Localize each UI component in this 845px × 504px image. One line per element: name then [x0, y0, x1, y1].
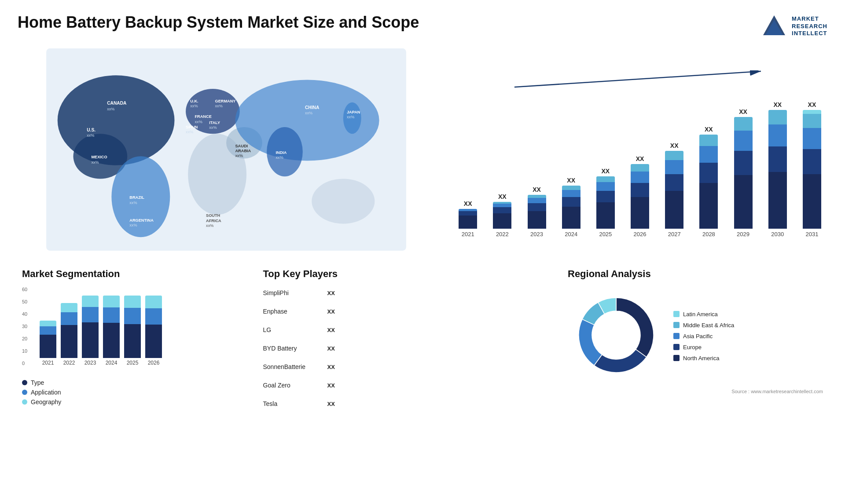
bar-segment — [528, 195, 546, 198]
bar-year: 2024 — [565, 231, 577, 237]
bar-value-label: XX — [567, 177, 575, 184]
svg-text:SOUTH: SOUTH — [206, 213, 220, 218]
svg-text:INDIA: INDIA — [276, 150, 287, 155]
seg-year-label: 2021 — [42, 360, 54, 366]
regional-legend-color — [673, 333, 680, 339]
svg-text:xx%: xx% — [209, 125, 217, 130]
seg-bar-stack — [40, 321, 56, 358]
logo-icon — [761, 13, 787, 40]
regional-legend-item: Asia Pacific — [673, 333, 734, 340]
seg-bar-segment — [40, 335, 56, 358]
bar-value-label: XX — [739, 108, 747, 115]
regional-legend-label: Middle East & Africa — [683, 322, 734, 329]
seg-bar-segment — [82, 322, 99, 358]
bar-segment — [803, 114, 821, 128]
regional-legend: Latin AmericaMiddle East & AfricaAsia Pa… — [673, 311, 734, 362]
bar-stack — [699, 135, 718, 229]
bar-stack — [562, 186, 580, 229]
bar-chart-area: XX2021XX2022XX2023XX2024XX2025XX2026XX20… — [448, 66, 827, 251]
player-row: SonnenBatterieXX — [263, 361, 551, 373]
bar-segment — [803, 149, 821, 174]
bar-value-label: XX — [602, 168, 610, 175]
player-bar-wrap: XX — [325, 342, 551, 354]
player-name: Goal Zero — [263, 382, 320, 389]
segmentation-container: Market Segmentation 60 50 40 30 20 10 0 … — [18, 264, 250, 420]
bar-segment — [493, 204, 511, 207]
geography-label: Geography — [31, 398, 61, 405]
bar-segment — [528, 203, 546, 211]
regional-legend-label: Europe — [683, 344, 702, 351]
svg-text:xx%: xx% — [186, 130, 193, 134]
player-name: SonnenBatterie — [263, 363, 320, 370]
player-value: XX — [327, 382, 335, 389]
seg-bar-segment — [103, 323, 120, 358]
bar-segment — [596, 182, 615, 191]
bar-value-label: XX — [670, 142, 679, 149]
bar-year: 2026 — [634, 231, 647, 237]
seg-bar-segment — [103, 296, 120, 307]
player-row: Goal ZeroXX — [263, 379, 551, 391]
bar-year: 2021 — [462, 231, 474, 237]
svg-text:FRANCE: FRANCE — [195, 114, 211, 119]
bar-stack — [665, 151, 683, 229]
svg-text:xx%: xx% — [129, 201, 137, 205]
bar-segment — [665, 191, 683, 229]
seg-bar-segment — [61, 312, 77, 325]
bar-segment — [734, 175, 753, 229]
bar-segment — [734, 151, 753, 175]
bar-segment — [699, 183, 718, 229]
bar-value-label: XX — [533, 186, 541, 193]
player-row: EnphaseXX — [263, 305, 551, 318]
bar-year: 2030 — [771, 231, 784, 237]
svg-text:GERMANY: GERMANY — [215, 99, 235, 103]
seg-bar-segment — [103, 307, 120, 323]
bar-segment — [768, 146, 787, 172]
svg-text:xx%: xx% — [276, 155, 283, 160]
bar-segment — [665, 174, 683, 191]
seg-year-label: 2023 — [84, 360, 96, 366]
seg-bar-segment — [82, 296, 99, 307]
source-text: Source : www.marketresearchintellect.com — [568, 389, 823, 394]
svg-text:ARABIA: ARABIA — [235, 149, 251, 153]
application-dot — [22, 390, 27, 395]
bar-segment — [631, 164, 649, 172]
regional-legend-item: Latin America — [673, 311, 734, 318]
seg-legend-application: Application — [22, 389, 246, 396]
player-bar-wrap: XX — [325, 398, 551, 410]
bar-segment — [562, 190, 580, 197]
bar-group: XX2025 — [590, 101, 621, 237]
bar-segment — [562, 197, 580, 207]
donut-area: Latin AmericaMiddle East & AfricaAsia Pa… — [568, 287, 823, 385]
bar-group: XX2026 — [625, 101, 655, 237]
svg-text:MEXICO: MEXICO — [91, 155, 107, 159]
seg-bar-segment — [61, 325, 77, 358]
bar-value-label: XX — [636, 155, 644, 162]
regional-legend-color — [673, 355, 680, 361]
seg-legend-geography: Geography — [22, 398, 246, 405]
bar-group: XX2027 — [659, 101, 690, 237]
seg-y-axis: 60 50 40 30 20 10 0 — [22, 287, 27, 366]
bar-segment — [699, 163, 718, 183]
seg-bar-segment — [40, 326, 56, 335]
seg-legend-type: Type — [22, 379, 246, 386]
player-value: XX — [327, 290, 335, 296]
regional-legend-label: North America — [683, 355, 719, 362]
player-value: XX — [327, 327, 335, 333]
bar-value-label: XX — [705, 126, 713, 133]
donut-segment — [616, 298, 654, 357]
svg-text:xx%: xx% — [305, 111, 312, 115]
seg-bar-group: 2025 — [124, 296, 141, 366]
bar-segment — [768, 124, 787, 146]
bar-group: XX2028 — [693, 101, 724, 237]
player-value: XX — [327, 308, 335, 315]
regional-title: Regional Analysis — [568, 268, 823, 280]
seg-bar-stack — [82, 296, 99, 358]
bar-segment — [803, 110, 821, 114]
players-list: SimpliPhiXXEnphaseXXLGXXBYD BatteryXXSon… — [263, 287, 551, 410]
bar-segment — [665, 160, 683, 174]
regional-legend-label: Latin America — [683, 311, 718, 318]
regional-legend-item: North America — [673, 355, 734, 362]
bar-segment — [459, 211, 477, 215]
bar-group: XX2030 — [762, 101, 793, 237]
bar-group: XX2022 — [487, 101, 518, 237]
